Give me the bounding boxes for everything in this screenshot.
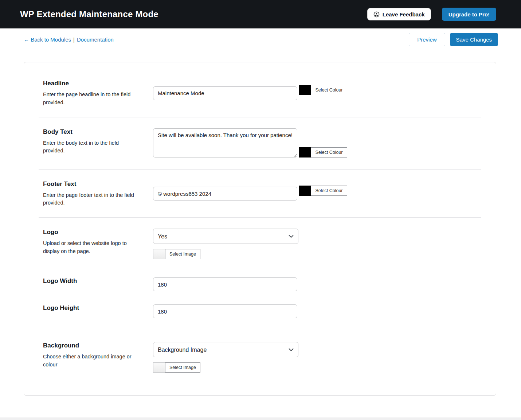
logo-height-controls (153, 304, 481, 318)
logo-image-swatch[interactable] (153, 249, 165, 259)
logo-controls: Yes Select Image (153, 229, 481, 261)
page: WP Extended Maintenance Mode Leave Feedb… (0, 0, 521, 417)
toolbar-actions: Preview Save Changes (409, 33, 498, 46)
link-separator: | (73, 36, 75, 43)
body-text-textarea[interactable]: Site will be available soon. Thank you f… (153, 128, 297, 158)
leave-feedback-label: Leave Feedback (383, 11, 425, 18)
background-controls: Background Image Select Image (153, 342, 481, 374)
headline-color-control: Select Colour (299, 85, 347, 95)
background-description: Choose either a background image or colo… (43, 353, 134, 369)
window-bottom-strip (0, 417, 521, 420)
headline-section: Headline Enter the page headline in to t… (24, 69, 496, 117)
headline-description: Enter the page headline in to the field … (43, 91, 134, 107)
logo-width-input[interactable] (153, 277, 297, 291)
headline-controls: Select Colour (153, 80, 481, 107)
logo-labels: Logo Upload or select the website logo t… (43, 229, 153, 261)
logo-height-labels: Logo Height (43, 304, 153, 318)
documentation-link[interactable]: Documentation (77, 36, 114, 43)
headline-labels: Headline Enter the page headline in to t… (43, 80, 153, 107)
footer-text-select-colour-button[interactable]: Select Colour (311, 186, 347, 196)
logo-select-wrap: Yes (153, 229, 298, 244)
back-to-modules-link[interactable]: ← Back to Modules (24, 36, 71, 43)
logo-width-label: Logo Width (43, 277, 144, 285)
logo-height-input[interactable] (153, 304, 297, 318)
body-text-controls: Site will be available soon. Thank you f… (153, 128, 481, 159)
footer-text-label: Footer Text (43, 180, 144, 188)
background-select-image-button[interactable]: Select Image (165, 362, 200, 373)
toolbar: ← Back to Modules|Documentation Preview … (0, 28, 521, 51)
body-text-color-swatch[interactable] (299, 147, 311, 158)
body-text-section: Body Text Enter the body text in to the … (24, 117, 496, 169)
upgrade-to-pro-button[interactable]: Upgrade to Pro! (442, 8, 496, 21)
background-label: Background (43, 342, 144, 349)
logo-height-label: Logo Height (43, 304, 144, 312)
logo-width-labels: Logo Width (43, 277, 153, 291)
background-labels: Background Choose either a background im… (43, 342, 153, 374)
logo-select[interactable]: Yes (153, 229, 298, 244)
footer-text-controls: Select Colour (153, 180, 481, 207)
body-text-label: Body Text (43, 128, 144, 136)
feedback-icon (373, 11, 380, 18)
background-section: Background Choose either a background im… (24, 331, 496, 384)
headline-label: Headline (43, 80, 144, 87)
logo-image-control: Select Image (153, 249, 200, 259)
logo-label: Logo (43, 229, 144, 236)
page-title: WP Extended Maintenance Mode (20, 9, 158, 19)
preview-button[interactable]: Preview (409, 33, 445, 46)
app-header: WP Extended Maintenance Mode Leave Feedb… (0, 0, 521, 28)
background-select-wrap: Background Image (153, 342, 298, 357)
body-text-labels: Body Text Enter the body text in to the … (43, 128, 153, 159)
footer-text-description: Enter the page footer text in to the fie… (43, 191, 134, 207)
save-changes-button[interactable]: Save Changes (450, 33, 498, 46)
footer-text-input[interactable] (153, 187, 297, 201)
logo-width-controls (153, 277, 481, 291)
footer-text-section: Footer Text Enter the page footer text i… (24, 170, 496, 218)
logo-height-section: Logo Height (24, 298, 496, 331)
body-text-description: Enter the body text in to the field prov… (43, 139, 134, 155)
logo-description: Upload or select the website logo to dis… (43, 240, 134, 256)
headline-color-swatch[interactable] (299, 85, 311, 95)
headline-input[interactable] (153, 86, 297, 100)
headline-select-colour-button[interactable]: Select Colour (311, 85, 347, 95)
body-text-select-colour-button[interactable]: Select Colour (311, 147, 347, 158)
header-actions: Leave Feedback Upgrade to Pro! (367, 8, 496, 21)
leave-feedback-button[interactable]: Leave Feedback (367, 8, 431, 20)
bottom-spacer (0, 396, 521, 417)
body-text-color-control: Select Colour (299, 147, 347, 158)
logo-section: Logo Upload or select the website logo t… (24, 218, 496, 271)
background-image-swatch[interactable] (153, 362, 165, 373)
background-image-control: Select Image (153, 362, 200, 373)
footer-text-color-swatch[interactable] (299, 186, 311, 196)
footer-text-color-control: Select Colour (299, 186, 347, 196)
logo-width-section: Logo Width (24, 271, 496, 298)
logo-select-image-button[interactable]: Select Image (165, 249, 200, 259)
background-select[interactable]: Background Image (153, 342, 298, 357)
footer-text-labels: Footer Text Enter the page footer text i… (43, 180, 153, 207)
breadcrumb: ← Back to Modules|Documentation (24, 36, 114, 43)
settings-card: Headline Enter the page headline in to t… (24, 62, 496, 396)
